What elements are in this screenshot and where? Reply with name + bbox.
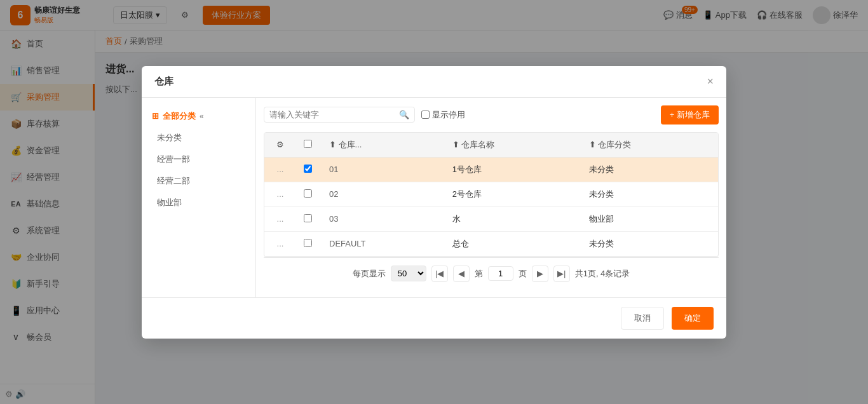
- search-icon[interactable]: 🔍: [399, 110, 409, 119]
- search-input-wrap: 🔍: [264, 107, 415, 123]
- page-input[interactable]: [488, 266, 513, 281]
- last-page-btn[interactable]: ▶|: [553, 266, 570, 282]
- col-checkbox: [296, 133, 322, 158]
- modal-footer: 取消 确定: [142, 297, 726, 339]
- row-checkbox-cell: [296, 206, 322, 231]
- row-settings: ...: [264, 182, 296, 206]
- row-checkbox[interactable]: [304, 189, 312, 198]
- row-settings-icon[interactable]: ...: [277, 214, 284, 224]
- first-page-btn[interactable]: |◀: [431, 266, 448, 282]
- warehouse-table: ⚙ ⬆ 仓库... ⬆ 仓库名称 ⬆ 仓库分类: [264, 132, 719, 257]
- modal-title: 仓库: [154, 76, 173, 88]
- modal-toolbar: 🔍 显示停用 + 新增仓库: [264, 105, 719, 125]
- table-row[interactable]: ... DEFAULT 总仓 未分类: [264, 231, 718, 256]
- confirm-btn[interactable]: 确定: [672, 307, 714, 330]
- row-checkbox[interactable]: [304, 165, 312, 173]
- row-category: 未分类: [581, 157, 718, 182]
- add-warehouse-btn[interactable]: + 新增仓库: [661, 105, 719, 125]
- modal-header: 仓库 ×: [142, 66, 726, 98]
- modal-body: ⊞ 全部分类 « 未分类 经营一部 经营二部 物业部 🔍: [142, 98, 726, 297]
- collapse-icon[interactable]: «: [200, 112, 204, 121]
- row-category: 未分类: [581, 231, 718, 256]
- modal-sidebar-all[interactable]: ⊞ 全部分类 «: [142, 105, 255, 127]
- show-disabled-label: 显示停用: [421, 109, 465, 121]
- next-page-btn[interactable]: ▶: [532, 266, 548, 282]
- modal-sidebar-item-0[interactable]: 未分类: [142, 127, 255, 149]
- row-code: 01: [322, 157, 445, 182]
- pagination: 每页显示 50 100 |◀ ◀ 第 页 ▶ ▶| 共1页, 4条记录: [264, 257, 719, 290]
- table-header-row: ⚙ ⬆ 仓库... ⬆ 仓库名称 ⬆ 仓库分类: [264, 133, 718, 158]
- select-all-checkbox[interactable]: [304, 140, 312, 148]
- modal-sidebar-item-2[interactable]: 经营二部: [142, 170, 255, 192]
- modal-main: 🔍 显示停用 + 新增仓库 ⚙: [256, 98, 726, 297]
- row-name: 2号仓库: [445, 182, 581, 206]
- row-settings-icon[interactable]: ...: [277, 165, 284, 174]
- warehouse-modal: 仓库 × ⊞ 全部分类 « 未分类 经营一部 经营二部 物业部: [142, 66, 726, 339]
- row-settings: ...: [264, 157, 296, 182]
- total-info: 共1页, 4条记录: [575, 268, 630, 279]
- row-settings: ...: [264, 206, 296, 231]
- table-row[interactable]: ... 03 水 物业部: [264, 206, 718, 231]
- row-checkbox-cell: [296, 231, 322, 256]
- row-name: 1号仓库: [445, 157, 581, 182]
- row-settings-icon[interactable]: ...: [277, 239, 284, 248]
- cancel-btn[interactable]: 取消: [621, 307, 664, 330]
- row-checkbox-cell: [296, 157, 322, 182]
- col-name: ⬆ 仓库名称: [445, 133, 581, 158]
- modal-sidebar: ⊞ 全部分类 « 未分类 经营一部 经营二部 物业部: [142, 98, 256, 297]
- show-disabled-checkbox[interactable]: [421, 111, 430, 119]
- row-category: 未分类: [581, 182, 718, 206]
- col-category: ⬆ 仓库分类: [581, 133, 718, 158]
- page-size-select[interactable]: 50 100: [391, 266, 426, 281]
- col-settings: ⚙: [264, 133, 296, 158]
- row-checkbox[interactable]: [304, 214, 312, 222]
- row-category: 物业部: [581, 206, 718, 231]
- row-settings: ...: [264, 231, 296, 256]
- row-code: 03: [322, 206, 445, 231]
- table-row[interactable]: ... 02 2号仓库 未分类: [264, 182, 718, 206]
- row-checkbox-cell: [296, 182, 322, 206]
- search-input[interactable]: [269, 110, 397, 119]
- modal-sidebar-item-3[interactable]: 物业部: [142, 192, 255, 213]
- row-name: 水: [445, 206, 581, 231]
- modal-sidebar-item-1[interactable]: 经营一部: [142, 149, 255, 170]
- row-settings-icon[interactable]: ...: [277, 189, 284, 199]
- prev-page-btn[interactable]: ◀: [453, 266, 470, 282]
- row-checkbox[interactable]: [304, 239, 312, 247]
- row-code: DEFAULT: [322, 231, 445, 256]
- modal-close-btn[interactable]: ×: [707, 75, 714, 88]
- modal-overlay: 仓库 × ⊞ 全部分类 « 未分类 经营一部 经营二部 物业部: [0, 0, 868, 404]
- row-name: 总仓: [445, 231, 581, 256]
- table-row[interactable]: ... 01 1号仓库 未分类: [264, 157, 718, 182]
- row-code: 02: [322, 182, 445, 206]
- col-code: ⬆ 仓库...: [322, 133, 445, 158]
